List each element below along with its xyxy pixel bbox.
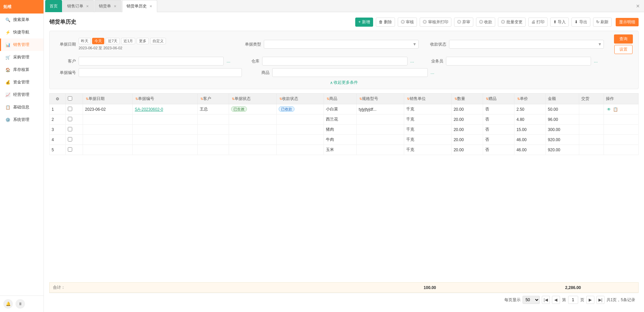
import-button[interactable]: ⬆ 导入 [550, 18, 569, 27]
sidebar-item-purchase-mgmt[interactable]: 🛒 采购管理 [0, 51, 44, 63]
th-gift[interactable]: ⇅赠品 [483, 94, 514, 104]
row-no[interactable] [133, 145, 197, 155]
tab-sales-goods-close[interactable]: ✕ [113, 4, 117, 8]
row-no[interactable] [133, 125, 197, 135]
tabs-close-all-btn[interactable]: ✕ [633, 3, 643, 9]
tab-sales-history-label: 销货单历史 [127, 3, 147, 9]
th-customer[interactable]: ⇅客户 [197, 94, 229, 104]
review-button[interactable]: ◎ 审核 [398, 18, 417, 27]
goods-ellipsis[interactable]: … [429, 70, 436, 75]
row-no[interactable] [133, 114, 197, 125]
row-checkbox[interactable] [65, 125, 83, 135]
per-page-label: 每页显示 [504, 297, 521, 303]
th-spec-sort-icon: ⇅ [359, 97, 362, 101]
sidebar-item-stock-calc[interactable]: 🏠 库存核算 [0, 63, 44, 76]
batch-change-button[interactable]: ◎ 批量变更 [498, 18, 525, 27]
row-checkbox[interactable] [65, 145, 83, 155]
notification-btn[interactable]: 🔔 [3, 299, 13, 309]
pause-btn[interactable]: ⏸ [16, 299, 25, 309]
row-no[interactable] [133, 135, 197, 145]
th-doc-status[interactable]: ⇅单据状态 [229, 94, 276, 104]
row-amount: 96.00 [546, 114, 579, 125]
salesperson-input[interactable] [446, 57, 591, 66]
row-spec: tyjyjtyjdf... [357, 104, 404, 114]
table-header-row: ⚙ ⇅单据日期 ⇅单据编号 ⇅客户 ⇅单据状态 ⇅收款状态 ⇅商品 ⇅规格型号 … [50, 94, 639, 104]
th-price[interactable]: ⇅单价 [514, 94, 545, 104]
last-page-btn[interactable]: ▶| [596, 296, 605, 304]
collect-button[interactable]: ◎ 收款 [476, 18, 495, 27]
tab-sales-goods[interactable]: 销货单 ✕ [94, 0, 121, 12]
date-tab-more[interactable]: 更多 [137, 38, 149, 44]
doc-no-link[interactable]: SA-20230602-0 [135, 107, 163, 112]
customer-ellipsis[interactable]: … [225, 59, 232, 63]
row-select-checkbox[interactable] [68, 107, 72, 111]
new-button[interactable]: + 新增 [355, 18, 373, 27]
th-spec[interactable]: ⇅规格型号 [357, 94, 404, 104]
prev-page-btn[interactable]: ◀ [552, 296, 560, 304]
main-area: 首页 销售订单 ✕ 销货单 ✕ 销货单历史 ✕ ✕ 销货单历史 + 新增 🗑 删… [44, 0, 644, 312]
warehouse-input[interactable] [262, 57, 407, 66]
date-tab-7days[interactable]: 近7天 [106, 38, 120, 44]
review-print-button[interactable]: ◎ 审核并打印 [420, 18, 451, 27]
collect-status-select[interactable] [449, 40, 604, 49]
next-page-btn[interactable]: ▶ [586, 296, 594, 304]
sidebar-item-sales-mgmt[interactable]: 📊 销售管理 [0, 38, 44, 51]
view-action-btn[interactable]: 👁 [606, 107, 612, 112]
trend-icon: 📈 [5, 92, 10, 98]
th-goods[interactable]: ⇅商品 [324, 94, 357, 104]
sidebar-item-ops-mgmt[interactable]: 📈 经营管理 [0, 88, 44, 101]
date-tab-1month[interactable]: 近1月 [121, 38, 135, 44]
row-select-checkbox[interactable] [68, 137, 72, 141]
row-select-checkbox[interactable] [68, 147, 72, 152]
th-qty[interactable]: ⇅数量 [451, 94, 483, 104]
date-tab-custom[interactable]: 自定义 [150, 38, 166, 44]
footer-total-qty: 100.00 [424, 285, 436, 290]
row-select-checkbox[interactable] [68, 117, 72, 121]
abandon-button[interactable]: ◎ 弃审 [454, 18, 473, 27]
sidebar-item-basic-info[interactable]: 📋 基础信息 [0, 101, 44, 113]
copy-action-btn[interactable]: 📋 [612, 107, 619, 112]
th-gear[interactable]: ⚙ [50, 94, 66, 104]
current-page-input[interactable]: 1 [568, 296, 578, 304]
tab-sales-history-close[interactable]: ✕ [149, 4, 153, 8]
tab-sales-history[interactable]: 销货单历史 ✕ [122, 0, 157, 12]
sidebar-item-finance-mgmt[interactable]: 💰 资金管理 [0, 76, 44, 88]
row-checkbox[interactable] [65, 104, 83, 114]
set-button[interactable]: 设置 [614, 45, 633, 54]
per-page-select[interactable]: 50 100 [523, 296, 540, 304]
warehouse-ellipsis[interactable]: … [409, 59, 416, 63]
row-checkbox[interactable] [65, 114, 83, 125]
tab-sales-order-close[interactable]: ✕ [85, 4, 89, 8]
goods-input[interactable] [272, 68, 427, 77]
collapse-button[interactable]: ∧ 收起更多条件 [330, 80, 358, 85]
first-page-btn[interactable]: |◀ [542, 296, 550, 304]
date-tab-today[interactable]: 今天 [92, 38, 104, 44]
select-all-checkbox[interactable] [68, 96, 72, 101]
show-detail-button[interactable]: 显示明细 [616, 18, 639, 26]
doc-no-input[interactable] [79, 68, 242, 77]
th-no[interactable]: ⇅单据编号 [133, 94, 197, 104]
th-unit[interactable]: ⇅销售单位 [404, 94, 452, 104]
row-select-checkbox[interactable] [68, 127, 72, 131]
row-trade [579, 104, 604, 114]
th-date[interactable]: ⇅单据日期 [83, 94, 133, 104]
delete-button[interactable]: 🗑 删除 [376, 18, 395, 27]
row-checkbox[interactable] [65, 135, 83, 145]
row-date [83, 125, 133, 135]
doc-type-select[interactable] [264, 40, 419, 49]
salesperson-ellipsis[interactable]: … [592, 59, 599, 63]
row-actions: 👁📋 [604, 104, 638, 114]
th-collect-status[interactable]: ⇅收款状态 [276, 94, 324, 104]
refresh-button[interactable]: ↻ 刷新 [593, 18, 612, 27]
query-button[interactable]: 查询 [614, 34, 633, 44]
sidebar-item-quick-nav[interactable]: ⚡ 快捷导航 [0, 26, 44, 38]
customer-input[interactable] [79, 57, 224, 66]
tab-home[interactable]: 首页 [45, 0, 62, 12]
date-tab-yesterday[interactable]: 昨天 [79, 38, 91, 44]
row-no[interactable]: SA-20230602-0 [133, 104, 197, 114]
export-button[interactable]: ⬇ 导出 [571, 18, 590, 27]
print-button[interactable]: 🖨 打印 [528, 18, 548, 27]
sidebar-item-system-mgmt[interactable]: ⚙️ 系统管理 [0, 113, 44, 126]
tab-sales-order[interactable]: 销售订单 ✕ [63, 0, 94, 12]
sidebar-item-search-menu[interactable]: 🔍 搜索菜单 [0, 14, 44, 26]
